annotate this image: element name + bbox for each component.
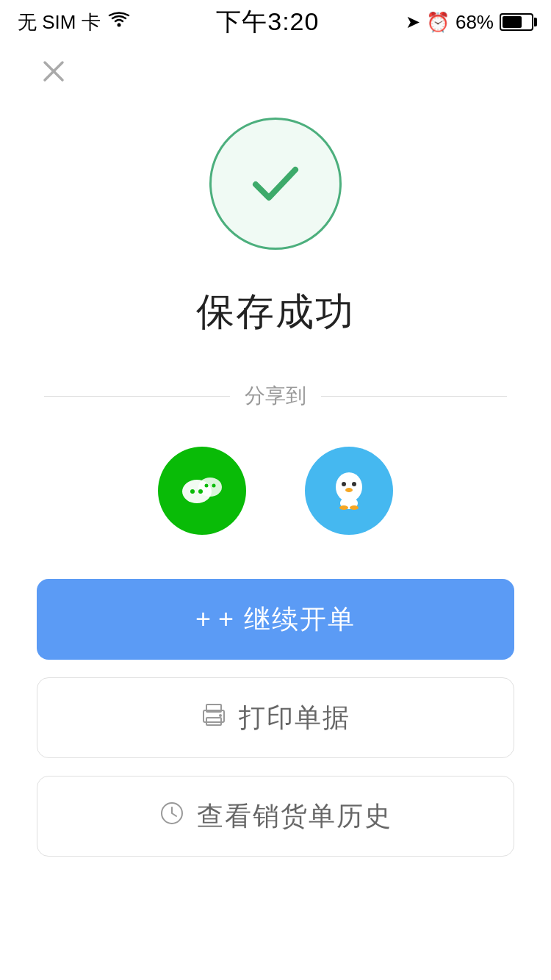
history-button[interactable]: 查看销货单历史 bbox=[37, 776, 514, 857]
sim-text: 无 SIM 卡 bbox=[18, 10, 101, 35]
print-label: 打印单据 bbox=[239, 700, 350, 736]
svg-point-12 bbox=[352, 482, 356, 486]
plus-icon: + bbox=[195, 604, 212, 635]
status-right: ➤ ⏰ 68% bbox=[406, 11, 533, 34]
continue-button[interactable]: + + 继续开单 bbox=[37, 579, 514, 660]
battery-icon bbox=[500, 13, 533, 31]
battery-text: 68% bbox=[455, 11, 494, 34]
success-section: 保存成功 分享到 bbox=[0, 44, 551, 857]
continue-label: + 继续开单 bbox=[218, 602, 356, 638]
print-icon bbox=[201, 702, 227, 735]
history-icon bbox=[159, 800, 185, 833]
status-left: 无 SIM 卡 bbox=[18, 10, 130, 35]
wifi-icon bbox=[108, 10, 130, 34]
print-button[interactable]: 打印单据 bbox=[37, 677, 514, 758]
svg-point-6 bbox=[198, 489, 203, 494]
svg-point-19 bbox=[219, 714, 222, 717]
qq-share-button[interactable] bbox=[305, 447, 393, 535]
location-icon: ➤ bbox=[406, 12, 420, 32]
share-section: 分享到 bbox=[0, 382, 551, 535]
success-circle bbox=[209, 118, 342, 250]
share-label: 分享到 bbox=[245, 382, 306, 410]
svg-point-13 bbox=[345, 488, 353, 492]
svg-point-7 bbox=[205, 484, 209, 488]
svg-point-15 bbox=[350, 505, 359, 510]
action-buttons: + + 继续开单 打印单据 查看销货单历史 bbox=[0, 579, 551, 857]
status-bar: 无 SIM 卡 下午3:20 ➤ ⏰ 68% bbox=[0, 0, 551, 44]
svg-point-0 bbox=[117, 24, 120, 27]
close-button[interactable] bbox=[35, 53, 72, 90]
alarm-icon: ⏰ bbox=[426, 11, 450, 34]
share-divider: 分享到 bbox=[44, 382, 507, 410]
svg-point-4 bbox=[198, 478, 222, 497]
svg-point-5 bbox=[190, 489, 195, 494]
svg-point-8 bbox=[212, 484, 216, 488]
svg-point-14 bbox=[339, 505, 348, 510]
success-title: 保存成功 bbox=[196, 287, 355, 338]
share-icons bbox=[44, 447, 507, 535]
history-label: 查看销货单历史 bbox=[197, 799, 392, 835]
wechat-share-button[interactable] bbox=[158, 447, 246, 535]
svg-point-11 bbox=[342, 482, 346, 486]
status-time: 下午3:20 bbox=[216, 5, 319, 39]
